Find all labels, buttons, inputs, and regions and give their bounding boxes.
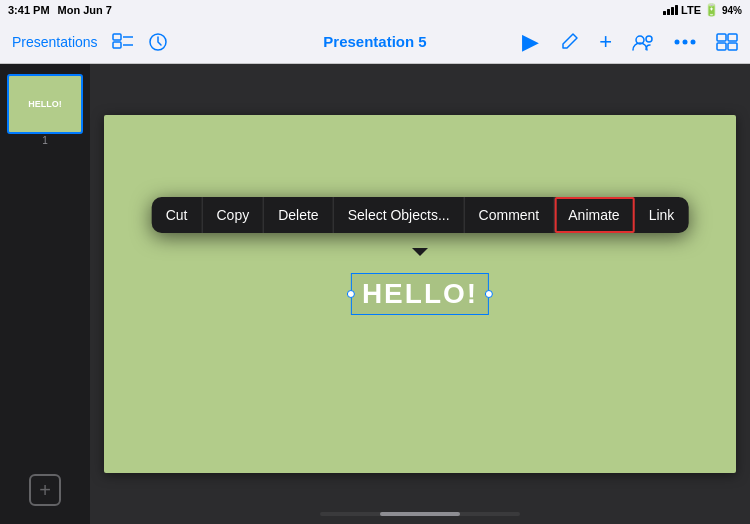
selection-handle-left: [347, 290, 355, 298]
slide-thumbnail-1[interactable]: HELLO! 1: [7, 74, 83, 134]
view-mode-icon: [716, 33, 738, 51]
collaborate-button[interactable]: [628, 29, 658, 55]
context-copy[interactable]: Copy: [202, 197, 264, 233]
svg-rect-12: [717, 43, 726, 50]
hello-text-element[interactable]: HELLO!: [351, 273, 489, 315]
signal-type: LTE: [681, 4, 701, 16]
status-date: Mon Jun 7: [58, 4, 112, 16]
signal-icon: [663, 5, 678, 15]
outline-view-button[interactable]: [108, 29, 138, 55]
add-button[interactable]: +: [595, 25, 616, 59]
slide-thumbnail-content: HELLO!: [28, 99, 62, 109]
svg-rect-10: [717, 34, 726, 41]
toolbar-title: Presentation 5: [323, 33, 426, 50]
scroll-thumb: [380, 512, 460, 516]
view-mode-button[interactable]: [712, 29, 742, 55]
status-bar: 3:41 PM Mon Jun 7 LTE 🔋 94%: [0, 0, 750, 20]
hello-text: HELLO!: [362, 278, 478, 310]
context-link[interactable]: Link: [635, 197, 689, 233]
outline-icon: [112, 33, 134, 51]
svg-rect-0: [113, 34, 121, 40]
status-right: LTE 🔋 94%: [663, 3, 742, 17]
canvas-area[interactable]: HELLO! Cut Copy Delete Select Objects...…: [90, 64, 750, 524]
toolbar-left: Presentations: [8, 28, 172, 56]
svg-point-9: [691, 39, 696, 44]
svg-point-6: [646, 36, 652, 42]
history-icon: [148, 32, 168, 52]
collaborate-icon: [632, 33, 654, 51]
battery-level: 94%: [722, 5, 742, 16]
scroll-indicator[interactable]: [320, 512, 520, 516]
context-select-objects[interactable]: Select Objects...: [334, 197, 465, 233]
svg-rect-1: [113, 42, 121, 48]
context-animate[interactable]: Animate: [554, 197, 634, 233]
pen-icon: [559, 32, 579, 52]
toolbar: Presentations Presentation 5 ▶ +: [0, 20, 750, 64]
context-delete[interactable]: Delete: [264, 197, 333, 233]
status-time: 3:41 PM: [8, 4, 50, 16]
context-menu: Cut Copy Delete Select Objects... Commen…: [152, 197, 689, 233]
more-icon: [674, 39, 696, 45]
add-slide-icon: +: [39, 479, 51, 502]
slide-panel: HELLO! 1 +: [0, 64, 90, 524]
svg-point-8: [683, 39, 688, 44]
pen-button[interactable]: [555, 28, 583, 56]
status-left: 3:41 PM Mon Jun 7: [8, 4, 112, 16]
svg-rect-13: [728, 43, 737, 50]
add-slide-button[interactable]: +: [29, 474, 61, 506]
play-button[interactable]: ▶: [518, 25, 543, 59]
svg-rect-11: [728, 34, 737, 41]
slide-canvas[interactable]: HELLO! Cut Copy Delete Select Objects...…: [104, 115, 736, 473]
battery-icon: 🔋: [704, 3, 719, 17]
toolbar-right: ▶ +: [518, 25, 742, 59]
history-button[interactable]: [144, 28, 172, 56]
context-comment[interactable]: Comment: [465, 197, 555, 233]
context-menu-arrow: [412, 248, 428, 256]
back-button[interactable]: Presentations: [8, 30, 102, 54]
selection-handle-right: [485, 290, 493, 298]
more-button[interactable]: [670, 35, 700, 49]
slide-number: 1: [9, 135, 81, 146]
context-cut[interactable]: Cut: [152, 197, 203, 233]
svg-point-7: [675, 39, 680, 44]
main-area: HELLO! 1 + HELLO! Cut Copy Delete Select…: [0, 64, 750, 524]
